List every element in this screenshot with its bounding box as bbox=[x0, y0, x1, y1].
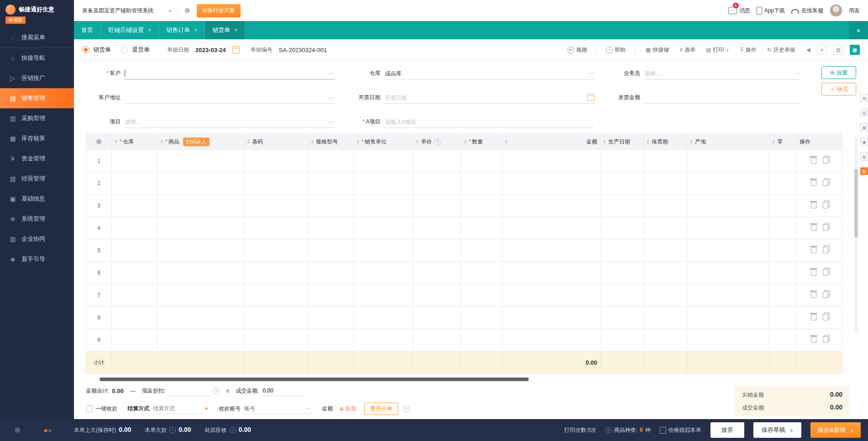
warehouse-input[interactable] bbox=[384, 69, 594, 79]
grid-cell[interactable] bbox=[769, 217, 797, 239]
sort-icon[interactable] bbox=[690, 138, 693, 145]
tab-0[interactable]: 首页 bbox=[74, 21, 101, 39]
row-delete-icon[interactable] bbox=[811, 314, 816, 320]
grid-cell[interactable] bbox=[769, 195, 797, 217]
row-delete-icon[interactable] bbox=[811, 158, 816, 164]
column-header-4[interactable]: 规格型号 bbox=[308, 134, 354, 150]
grid-cell[interactable] bbox=[158, 307, 244, 329]
grid-cell[interactable] bbox=[244, 150, 308, 172]
scrollbar-thumb[interactable] bbox=[854, 169, 858, 238]
side-panel-icon[interactable]: ▥ bbox=[860, 109, 868, 117]
grid-cell[interactable] bbox=[112, 217, 158, 239]
speaker-icon[interactable]: ◄» bbox=[42, 427, 52, 434]
grid-cell[interactable] bbox=[687, 195, 769, 217]
row-copy-icon[interactable] bbox=[823, 202, 828, 208]
column-header-3[interactable]: 条码 bbox=[244, 134, 308, 150]
grid-cell[interactable] bbox=[413, 307, 461, 329]
grid-cell[interactable] bbox=[308, 307, 354, 329]
row-delete-icon[interactable] bbox=[811, 270, 816, 276]
grid-cell[interactable] bbox=[244, 217, 308, 239]
grid-cell[interactable] bbox=[112, 150, 158, 172]
grid-cell[interactable] bbox=[308, 262, 354, 284]
grid-cell[interactable] bbox=[308, 217, 354, 239]
column-header-7[interactable]: *数量 bbox=[461, 134, 502, 150]
cancel-button[interactable]: 放弃 bbox=[710, 422, 744, 438]
grid-cell[interactable] bbox=[769, 150, 797, 172]
grid-cell[interactable] bbox=[502, 217, 600, 239]
customer-picker-icon[interactable]: ⋯ bbox=[328, 70, 334, 77]
grid-cell[interactable] bbox=[644, 307, 687, 329]
grid-cell[interactable] bbox=[769, 329, 797, 351]
sort-icon[interactable] bbox=[464, 138, 467, 145]
help-button[interactable]: ? 帮助 bbox=[606, 46, 626, 54]
row-copy-icon[interactable] bbox=[823, 224, 828, 231]
vertical-scrollbar[interactable] bbox=[854, 137, 858, 334]
tab-close-icon[interactable]: × bbox=[194, 27, 197, 33]
sidebar-item-inventory[interactable]: ▦库存核算 bbox=[0, 128, 74, 149]
grid-cell[interactable] bbox=[502, 150, 600, 172]
grid-cell[interactable] bbox=[158, 217, 244, 239]
sidebar-item-operation[interactable]: ▧经营管理 bbox=[0, 169, 74, 189]
column-header-8[interactable]: 金额 bbox=[502, 134, 600, 150]
customer-input[interactable] bbox=[124, 69, 335, 79]
grid-cell[interactable] bbox=[112, 262, 158, 284]
grid-cell[interactable] bbox=[354, 217, 413, 239]
tab-3[interactable]: 销货单× bbox=[205, 21, 245, 39]
row-delete-icon[interactable] bbox=[811, 292, 816, 298]
sort-icon[interactable] bbox=[647, 138, 649, 145]
tab-1[interactable]: 旺铺店铺设置× bbox=[101, 21, 159, 39]
sidebar-item-purchase[interactable]: ▥采购管理 bbox=[0, 108, 74, 128]
grid-cell[interactable] bbox=[461, 262, 502, 284]
grid-cell[interactable] bbox=[687, 262, 769, 284]
invoice-amount-input[interactable] bbox=[644, 93, 801, 103]
grid-cell[interactable] bbox=[687, 239, 769, 262]
row-delete-icon[interactable] bbox=[811, 180, 816, 186]
salesman-input[interactable] bbox=[644, 69, 801, 79]
history-button[interactable]: ↻ 历史单据 bbox=[767, 46, 795, 54]
view-list-button[interactable]: ≡ bbox=[817, 45, 827, 55]
trial-solution-button[interactable]: 体验行业方案 bbox=[197, 4, 241, 17]
grid-cell[interactable] bbox=[600, 284, 644, 307]
column-header-10[interactable]: 保质期 bbox=[644, 134, 687, 150]
grid-cell[interactable] bbox=[769, 262, 797, 284]
row-copy-icon[interactable] bbox=[823, 157, 828, 164]
row-copy-icon[interactable] bbox=[823, 336, 828, 343]
side-panel-icon[interactable]: ▤ bbox=[860, 94, 868, 102]
help-icon[interactable]: ? bbox=[230, 427, 236, 433]
close-all-tabs-button[interactable]: × bbox=[849, 21, 868, 39]
column-header-9[interactable]: 生产日期 bbox=[600, 134, 644, 150]
grid-cell[interactable] bbox=[244, 239, 308, 262]
grid-cell[interactable] bbox=[158, 172, 244, 195]
grid-cell[interactable] bbox=[769, 284, 797, 307]
column-header-2[interactable]: *商品扫码录入 bbox=[158, 134, 244, 150]
grid-cell[interactable] bbox=[158, 262, 244, 284]
grid-cell[interactable] bbox=[600, 262, 644, 284]
calendar-icon[interactable] bbox=[232, 46, 240, 53]
video-button[interactable]: ▶ 视频 bbox=[568, 46, 587, 54]
save-new-button[interactable]: 保存&新增 ∧ bbox=[810, 422, 861, 438]
grid-cell[interactable] bbox=[354, 329, 413, 351]
print-button[interactable]: ▤ 打印 ∨ bbox=[706, 46, 729, 54]
table-settings-icon[interactable]: ⊛ bbox=[96, 138, 102, 145]
grid-cell[interactable] bbox=[158, 329, 244, 351]
sort-icon[interactable] bbox=[772, 138, 775, 145]
grid-cell[interactable] bbox=[687, 329, 769, 351]
settle-method-input[interactable] bbox=[152, 405, 195, 412]
user-name[interactable]: 用友 bbox=[849, 7, 860, 15]
grid-cell[interactable] bbox=[308, 172, 354, 195]
gear-icon[interactable]: ⊛ bbox=[15, 426, 21, 434]
grid-cell[interactable] bbox=[413, 239, 461, 262]
grid-cell[interactable] bbox=[644, 239, 687, 262]
tab-2[interactable]: 销售订单× bbox=[159, 21, 205, 39]
a-project-input[interactable] bbox=[384, 117, 594, 127]
sort-icon[interactable] bbox=[115, 138, 117, 145]
grid-cell[interactable] bbox=[502, 239, 600, 262]
grid-cell[interactable] bbox=[413, 195, 461, 217]
grid-cell[interactable] bbox=[502, 262, 600, 284]
grid-cell[interactable] bbox=[112, 195, 158, 217]
grid-cell[interactable] bbox=[354, 262, 413, 284]
grid-cell[interactable] bbox=[354, 150, 413, 172]
pick-order-button[interactable]: ≡ 选单 bbox=[679, 46, 695, 54]
avatar[interactable] bbox=[830, 4, 842, 17]
grid-cell[interactable] bbox=[687, 284, 769, 307]
